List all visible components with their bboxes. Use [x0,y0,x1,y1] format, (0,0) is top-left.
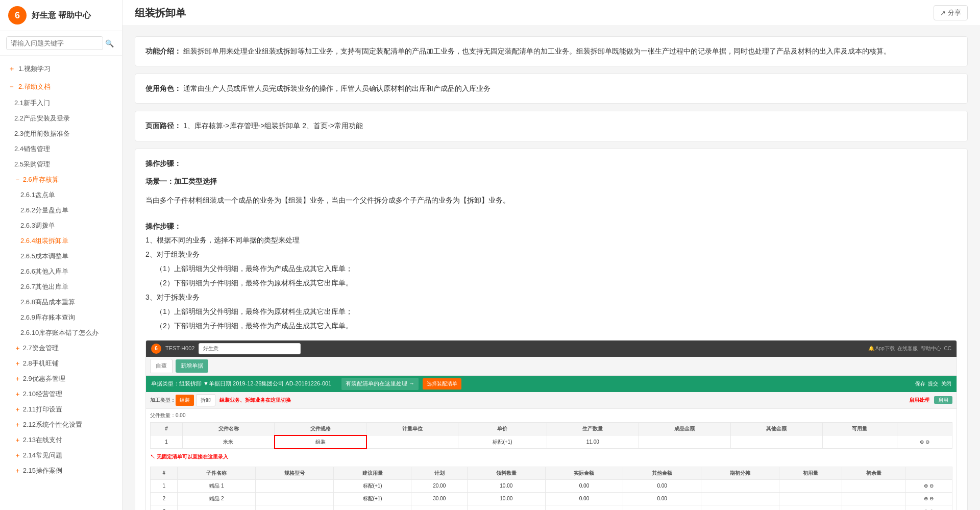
col-unit: 计量单位 [366,422,458,435]
search-button[interactable]: 🔍 [103,39,116,47]
sidebar-item-newcomer[interactable]: 2.1新手入门 [0,95,122,111]
sidebar-item-cases[interactable]: ＋ 2.15操作案例 [0,463,122,478]
mock-sub-toolbar: 加工类型： 组装 拆卸 组装业务、拆卸业务在这里切换 启用处理 启用 [146,392,957,409]
step3-2: （2）下部明细为子件明细，最终作为产成品生成其它入库单。 [145,319,957,333]
step1: 1、根据不同的业务，选择不同单据的类型来处理 [145,233,957,247]
mock-bot-section: # 子件名称 规格型号 建议用量 计划 领料数量 实际金额 其他金额 期初分摊 [146,463,957,510]
sidebar-item-cost-adj[interactable]: 2.6.5成本调整单 [0,249,122,264]
sidebar-item-print[interactable]: ＋ 2.11打印设置 [0,402,122,417]
mock-logo: 6 [151,344,161,354]
sidebar-item-customization[interactable]: ＋ 2.12系统个性化设置 [0,417,122,432]
top-bar: 组装拆卸单 ↗ 分享 [122,0,980,26]
mock-ann3: 组装业务、拆卸业务在这里切换 [219,396,291,405]
mock-ann1: 有装配清单的在这里处理 → [341,378,419,390]
step2-1: （1）上部明细为父件明细，最终作为产成品生成其它入库单； [145,261,957,276]
plus-icon-ops: ＋ [14,390,21,398]
content-area: 功能介绍： 组装拆卸单用来处理企业组装或拆卸等加工业务，支持有固定装配清单的产品… [122,26,980,510]
col-parent-name: 父件名称 [183,422,275,435]
sidebar-item-purchase[interactable]: 2.5采购管理 [0,157,122,172]
sidebar-item-stock-check[interactable]: 2.6.1盘点单 [0,187,122,203]
role-label: 使用角色： [145,84,181,92]
path-text: 1、库存核算->库存管理->组装拆卸单 2、首页->常用功能 [183,122,363,130]
role-box: 使用角色： 通常由生产人员或库管人员完成拆装业务的操作，库管人员确认原材料的出库… [135,74,968,104]
ops-box: 操作步骤： 场景一：加工类型选择 当由多个子件材料组装成一个成品的业务为【组装】… [135,149,968,510]
minus-icon-stock: － [14,176,21,183]
step3-1: （1）上部明细为父件明细，最终作为原材料生成其它出库单； [145,304,957,319]
mock-address-bar: 好生意 [199,343,301,354]
search-input[interactable] [6,36,103,50]
plus-icon-coupon: ＋ [14,375,21,382]
mock-enable-btn: 启用处理 启用 [909,396,952,405]
sidebar-item-cost-recalc[interactable]: 2.6.8商品成本重算 [0,295,122,310]
mock-toolbar: 自查 新增单据 [146,357,957,376]
screenshot-wrapper: 6 TEST-H002 好生意 🔔 App下载 在线客服 帮助中心 CC 自查 … [146,341,957,510]
col-actions [897,422,952,435]
col-finish-amt: 成品金额 [639,422,730,435]
plus-icon-cash: ＋ [14,344,21,352]
sidebar-item-assembly[interactable]: 2.6.4组装拆卸单 [0,233,122,249]
sidebar-item-stock[interactable]: － 2.6库存核算 [0,172,122,187]
sidebar-item-sales[interactable]: 2.4销售管理 [0,141,122,157]
mock-app-title: TEST-H002 [165,344,194,354]
mock-tab-new: 新增单据 [176,359,208,373]
plus-icon-mobile: ＋ [14,359,21,367]
sidebar-item-transfer[interactable]: 2.6.3调拨单 [0,218,122,233]
sidebar-item-other-out[interactable]: 2.6.7其他出库单 [0,279,122,295]
table-row: 2 赠品 2 标配(+1) 30.00 10.00 0.00 0.00 [151,492,952,505]
intro-box: 功能介绍： 组装拆卸单用来处理企业组装或拆卸等加工业务，支持有固定装配清单的产品… [135,36,968,66]
mock-group: 集团公司 AD-20191226-001 [261,379,331,389]
mock-tab-explore: 自查 [150,359,173,373]
col-qty: 生产数量 [547,422,639,435]
col-avail: 可用量 [822,422,897,435]
screenshot-container: 6 TEST-H002 好生意 🔔 App下载 在线客服 帮助中心 CC 自查 … [145,340,957,510]
table-row: 1 米米 组装 标配(+1) 11.00 ⊕ ⊖ [151,435,952,449]
table-row: 1 赠品 1 标配(+1) 20.00 10.00 0.00 0.00 [151,479,952,492]
mock-sub-label: 加工类型： [150,396,176,405]
sidebar-item-ops[interactable]: ＋ 2.10经营管理 [0,386,122,402]
intro-label: 功能介绍： [145,47,181,55]
intro-text: 组装拆卸单用来处理企业组装或拆卸等加工业务，支持有固定装配清单的产品加工业务，也… [183,47,891,55]
sidebar-nav: ＋ 1.视频学习 － 2.帮助文档 2.1新手入门 2.2产品安装及登录 2.3… [0,56,122,510]
col-parent-spec: 父件规格 [275,422,366,435]
plus-icon-cases: ＋ [14,467,21,474]
sidebar-item-mobile[interactable]: ＋ 2.8手机旺铺 [0,356,122,371]
sidebar-item-coupon[interactable]: ＋ 2.9优惠券管理 [0,371,122,386]
ops-heading2: 操作步骤： [145,220,957,233]
sidebar-item-data-prep[interactable]: 2.3使用前数据准备 [0,126,122,141]
step2-2: （2）下部明细为子件明细，最终作为原材料生成其它出库单。 [145,276,957,290]
plus-icon-custom: ＋ [14,421,21,428]
search-box: 🔍 [0,31,122,56]
sidebar-item-other-in[interactable]: 2.6.6其他入库单 [0,264,122,279]
sidebar-item-cash[interactable]: ＋ 2.7资金管理 [0,341,122,356]
share-icon: ↗ [940,9,946,17]
col-other-amt: 其他金额 [730,422,822,435]
sidebar-item-install[interactable]: 2.2产品安装及登录 [0,111,122,126]
table-row: 3 [151,505,952,510]
share-button[interactable]: ↗ 分享 [934,5,968,20]
plus-icon-print: ＋ [14,405,21,413]
ops-heading: 操作步骤： [145,157,957,170]
sidebar-item-docs[interactable]: － 2.帮助文档 [0,78,122,95]
app-logo: 6 [8,6,27,25]
collapse-icon: － [8,81,15,92]
sidebar-item-stock-alloc[interactable]: 2.6.2分量盘点单 [0,203,122,218]
mock-tab-assemble: 组装 [176,395,194,406]
plus-icon-faq: ＋ [14,451,21,459]
step3: 3、对于拆装业务 [145,290,957,304]
sidebar-item-faq[interactable]: ＋ 2.14常见问题 [0,448,122,463]
col-seq: # [151,422,183,435]
col-price: 单价 [458,422,547,435]
sidebar-item-video[interactable]: ＋ 1.视频学习 [0,60,122,78]
main-content: 组装拆卸单 ↗ 分享 功能介绍： 组装拆卸单用来处理企业组装或拆卸等加工业务，支… [122,0,980,510]
sidebar-item-stock-error[interactable]: 2.6.10库存账本错了怎么办 [0,325,122,341]
sidebar-item-online-pay[interactable]: ＋ 2.13在线支付 [0,432,122,448]
plus-icon-pay: ＋ [14,436,21,444]
expand-icon: ＋ [8,63,15,74]
mock-top-section: 父件数量：0.00 # 父件名称 父件规格 计量单位 单价 生产数量 [146,409,957,451]
mock-top-label: 父件数量：0.00 [150,411,952,420]
sidebar-label-video: 1.视频学习 [18,64,51,74]
sidebar-item-stock-query[interactable]: 2.6.9库存账本查询 [0,310,122,325]
page-title: 组装拆卸单 [135,6,186,20]
mock-top-table: # 父件名称 父件规格 计量单位 单价 生产数量 成品金额 其他金额 可用量 [150,422,952,449]
mock-bot-table: # 子件名称 规格型号 建议用量 计划 领料数量 实际金额 其他金额 期初分摊 [150,467,952,510]
